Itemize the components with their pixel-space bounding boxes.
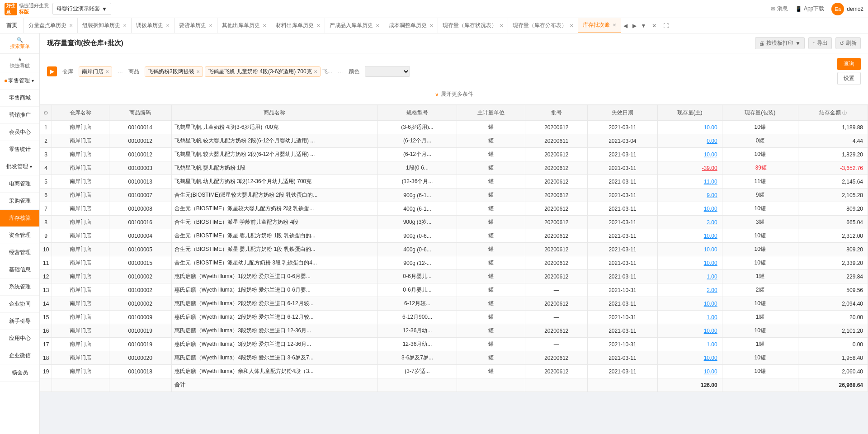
tab-cost-adjust[interactable]: 成本调整单历史 ✕ (384, 18, 438, 33)
cell-stock-pkg: 2罐 (722, 283, 798, 297)
cell-warehouse: 南岸门店 (52, 175, 109, 189)
sidebar-item-finance[interactable]: 资金管理 (0, 227, 39, 244)
tab-close-icon[interactable]: ✕ (69, 23, 73, 28)
tab-close-icon[interactable]: ✕ (123, 23, 127, 28)
sidebar-item-enterprise-wechat[interactable]: 企业微信 (0, 347, 39, 364)
settings-icon[interactable]: ⚙ (43, 110, 48, 116)
cell-stock-main[interactable]: 3.00 (657, 216, 722, 229)
tag-close-button[interactable]: ✕ (314, 69, 317, 74)
sidebar-item-newuser[interactable]: 新手引导 (0, 313, 39, 330)
cell-stock-main[interactable]: 2.00 (657, 283, 722, 297)
tab-close-icon[interactable]: ✕ (500, 23, 503, 28)
tab-stock-dist[interactable]: 现存量（库存分布表） ✕ (508, 18, 578, 33)
filter-more-button[interactable]: … (118, 68, 123, 75)
tab-close-icon[interactable]: ✕ (263, 23, 266, 28)
tab-close-icon[interactable]: ✕ (429, 23, 433, 28)
user-area[interactable]: Ea demo2 (831, 3, 863, 15)
sidebar-item-member2[interactable]: 畅会员 (0, 364, 39, 382)
app-download-button[interactable]: 📱 App下载 (795, 5, 824, 13)
tab-other-out[interactable]: 其他出库单历史 ✕ (217, 18, 271, 33)
sidebar-item-member[interactable]: 会员中心 (0, 124, 39, 141)
sidebar-item-retail-shop[interactable]: 零售商城 (0, 90, 39, 107)
cell-code: 00100007 (109, 189, 171, 202)
sidebar-item-ecommerce[interactable]: 电商管理 (0, 175, 39, 193)
refresh-button[interactable]: ↺ 刷新 (835, 37, 861, 49)
sidebar-item-purchase[interactable]: 采购管理 (0, 193, 39, 210)
tab-home[interactable]: 首页 (0, 18, 24, 33)
tab-prev-button[interactable]: ◀ (621, 18, 630, 33)
cell-stock-main[interactable]: 10.00 (657, 202, 722, 216)
cell-stock-main[interactable]: 1.00 (657, 270, 722, 283)
print-button[interactable]: 🖨 按模板打印 ▼ (755, 37, 805, 49)
tab-require[interactable]: 要货单历史 ✕ (175, 18, 217, 33)
filter-expand-icon[interactable]: ▶ (47, 66, 57, 76)
tab-close-icon[interactable]: ✕ (316, 23, 320, 28)
tag-close-button[interactable]: ✕ (105, 69, 109, 74)
table-row: 3 南岸门店 00100012 飞鹤星飞帆 较大婴儿配方奶粉 2段(6-12个月… (40, 148, 868, 161)
sidebar-item-basic[interactable]: 基础信息 (0, 261, 39, 278)
cell-stock-main[interactable]: 10.00 (657, 256, 722, 270)
cell-stock-main[interactable]: 10.00 (657, 121, 722, 134)
sidebar-item-inventory[interactable]: 库存核算 (0, 210, 39, 227)
cell-stock-main[interactable]: 10.00 (657, 365, 722, 378)
tab-close-icon[interactable]: ✕ (570, 23, 573, 28)
tab-product-in[interactable]: 产成品入库单历史 ✕ (325, 18, 384, 33)
cell-stock-main[interactable]: 10.00 (657, 297, 722, 311)
tab-batch-account[interactable]: 库存批次账 ✕ (578, 18, 621, 33)
cell-stock-main[interactable]: 1.00 (657, 311, 722, 324)
cell-stock-main[interactable]: -39.00 (657, 161, 722, 175)
cell-stock-main[interactable]: 0.00 (657, 134, 722, 148)
org-selector[interactable]: 母婴行业演示账套 ▼ (52, 3, 111, 15)
row-index: 17 (40, 338, 52, 351)
sidebar-item-marketing[interactable]: 营销推广 (0, 107, 39, 124)
expand-arrow-icon: ∨ (435, 91, 439, 98)
tab-next-button[interactable]: ▶ (630, 18, 639, 33)
export-button[interactable]: ↑ 导出 (808, 37, 832, 49)
info-icon[interactable]: ⓘ (842, 110, 847, 115)
cell-stock-main[interactable]: 10.00 (657, 243, 722, 256)
cell-stock-main[interactable]: 1.00 (657, 338, 722, 351)
cell-stock-main[interactable]: 10.00 (657, 229, 722, 243)
sidebar-item-appstore[interactable]: 应用中心 (0, 330, 39, 347)
expand-more-conditions[interactable]: ∨ 展开更多条件 (47, 89, 861, 100)
tab-close-all-button[interactable]: ✕ (648, 18, 660, 33)
sidebar-item-system[interactable]: 系统管理 (0, 278, 39, 296)
tab-more-button[interactable]: ▼ (639, 18, 648, 33)
sidebar-quick-nav[interactable]: ★ 快捷导航 (0, 54, 39, 72)
tab-stock-status[interactable]: 现存量（库存状况表） ✕ (438, 18, 508, 33)
filter-row-main: ▶ 仓库 南岸门店 ✕ … 商品 飞鹤奶粉3段两提装 ✕ 飞鹤星飞 (47, 58, 861, 85)
cell-code: 00100016 (109, 216, 171, 229)
tab-split-check[interactable]: 分量盘点单历史 ✕ (24, 18, 78, 33)
tab-close-icon[interactable]: ✕ (166, 23, 170, 28)
tab-maximize-button[interactable]: ⛶ (660, 18, 672, 33)
sidebar-search[interactable]: 🔍 搜索菜单 (0, 33, 39, 54)
tab-transfer[interactable]: 调拨单历史 ✕ (132, 18, 175, 33)
sidebar-item-retail[interactable]: 零售管理 ▼ (0, 72, 39, 90)
setting-button[interactable]: 设置 (837, 72, 861, 85)
sidebar-item-retail-stats[interactable]: 零售统计 (0, 141, 39, 158)
message-button[interactable]: ✉ 消息 (771, 5, 788, 13)
sidebar-item-company[interactable]: 企业协同 (0, 296, 39, 313)
sidebar-item-wholesale[interactable]: 批发管理 ▼ (0, 158, 39, 175)
th-checkbox[interactable]: ⚙ (40, 105, 52, 121)
product-more-btn[interactable]: … (338, 68, 343, 75)
query-button[interactable]: 查询 (837, 58, 861, 70)
tab-close-icon[interactable]: ✕ (613, 23, 616, 28)
row-index: 3 (40, 148, 52, 161)
cell-stock-main[interactable]: 10.00 (657, 351, 722, 365)
cell-spec: 900g (0-6... (378, 229, 457, 243)
cell-batch: 20200612 (525, 351, 588, 365)
cell-stock-main[interactable]: 9.00 (657, 189, 722, 202)
cell-stock-main[interactable]: 10.00 (657, 148, 722, 161)
sidebar-item-ops[interactable]: 经营管理 (0, 244, 39, 261)
tab-material-out[interactable]: 材料出库单历史 ✕ (271, 18, 325, 33)
tab-disassemble[interactable]: 组装拆卸单历史 ✕ (78, 18, 132, 33)
cell-spec: (6-12个月... (378, 134, 457, 148)
tab-close-icon[interactable]: ✕ (376, 23, 379, 28)
cell-stock-main[interactable]: 10.00 (657, 324, 722, 338)
cell-stock-main[interactable]: 11.00 (657, 175, 722, 189)
tag-close-button[interactable]: ✕ (196, 69, 200, 74)
color-dropdown[interactable] (365, 66, 410, 77)
product-filter-more[interactable]: 飞... (322, 68, 332, 75)
tab-close-icon[interactable]: ✕ (209, 23, 212, 28)
